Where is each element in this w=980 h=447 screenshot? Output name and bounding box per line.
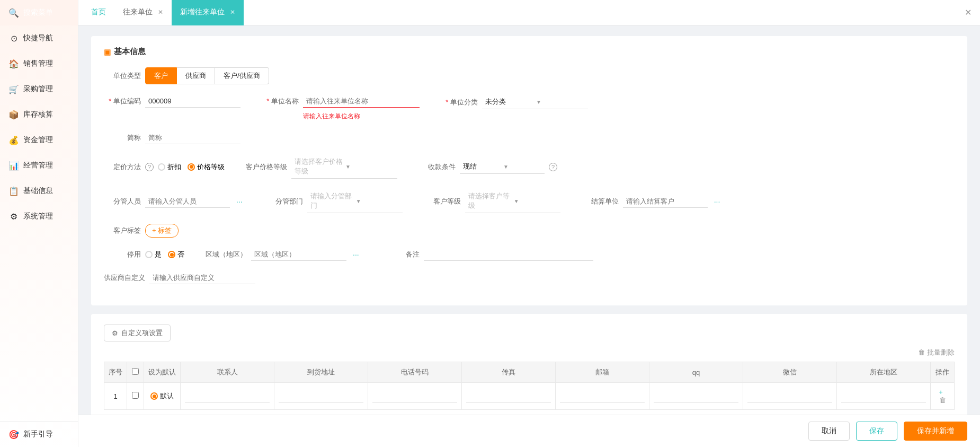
qq-input[interactable] [654,390,738,402]
inventory-icon: 📦 [8,109,19,120]
radio-disabled-yes[interactable]: 是 [145,250,162,259]
sidebar-item-sales[interactable]: 🏠 销售管理 [0,51,78,76]
select-all-checkbox[interactable] [132,368,139,375]
unit-code-input[interactable] [145,95,240,108]
delete-row-btn[interactable]: 🗑 [939,396,946,404]
cell-email [556,383,649,410]
sidebar-item-search[interactable]: 🔍 搜索菜单 [0,0,78,25]
unit-code-name-row: 单位编码 单位名称 请输入往来单位名称 单位分类 未分类 [104,95,955,121]
address-input[interactable] [279,390,363,402]
sidebar-item-inventory[interactable]: 📦 库存核算 [0,102,78,127]
payment-condition-group: 收款条件 现结 ▼ ? [418,160,557,174]
radio-disabled-no[interactable]: 否 [168,250,184,259]
unit-category-select[interactable]: 未分类 ▼ [482,95,588,109]
abbr-input[interactable] [145,132,240,144]
main-area: 首页 往来单位 ✕ 新增往来单位 ✕ ✕ ▣ 基本信息 单位类型 客户 [78,0,980,447]
sidebar: 🔍 搜索菜单 ⊙ 快捷导航 🏠 销售管理 🛒 采购管理 📦 库存核算 💰 资金管… [0,0,78,447]
disabled-row: 停用 是 否 区域（地区） ··· [104,248,955,261]
pricing-help-icon[interactable]: ? [145,163,154,171]
btn-type-both[interactable]: 客户/供应商 [215,67,269,84]
add-tag-btn[interactable]: + 标签 [145,224,179,238]
region-more-btn[interactable]: ··· [351,250,361,259]
fax-input[interactable] [466,390,551,402]
phone-input[interactable] [372,390,457,402]
settlement-unit-group: 结算单位 ··· [582,195,723,208]
col-region: 所在地区 [837,362,931,383]
customer-price-level-arrow: ▼ [345,164,394,170]
sidebar-item-quick-nav[interactable]: ⊙ 快捷导航 [0,25,78,51]
customer-level-label: 客户等级 [424,197,461,206]
tab-bar-close-all[interactable]: ✕ [960,5,976,20]
col-email: 邮箱 [556,362,649,383]
customer-level-select[interactable]: 请选择客户等级 ▼ [465,189,560,213]
table-toolbar: 🗑 批量删除 [104,348,955,357]
add-row-btn[interactable]: + [939,388,943,396]
payment-condition-select[interactable]: 现结 ▼ [460,160,545,174]
contacts-table: 序号 设为默认 联系人 到货地址 电话号码 传真 邮箱 qq 微信 所在地区 操… [104,362,955,410]
sidebar-item-finance[interactable]: 💰 资金管理 [0,127,78,153]
system-icon: ⚙ [8,211,19,222]
customer-price-level-group: 客户价格等级 请选择客户价格等级 ▼ [246,155,397,179]
manager-more-btn[interactable]: ··· [234,197,245,206]
settlement-unit-label: 结算单位 [582,197,619,206]
save-new-button[interactable]: 保存并新增 [904,422,967,441]
sidebar-item-system[interactable]: ⚙ 系统管理 [0,204,78,229]
dept-group: 分管部门 请输入分管部门 ▼ [266,189,403,213]
manager-input[interactable] [145,195,230,208]
wechat-input[interactable] [747,390,832,402]
tab-contacts[interactable]: 往来单位 ✕ [114,0,172,25]
cell-fax [462,383,556,410]
settlement-more-btn[interactable]: ··· [712,197,723,206]
col-qq: qq [649,362,743,383]
region-cell-input[interactable] [841,390,926,402]
manager-group: 分管人员 ··· [104,195,245,208]
abbr-label: 简称 [104,133,141,143]
default-radio-circle [150,392,158,400]
save-button[interactable]: 保存 [856,422,897,441]
tab-new-contact-close[interactable]: ✕ [230,8,235,16]
radio-default[interactable]: 默认 [148,391,176,401]
unit-type-group: 单位类型 客户 供应商 客户/供应商 [104,67,269,84]
tab-contacts-close[interactable]: ✕ [158,8,163,16]
customer-tag-group: 客户标签 + 标签 [104,224,179,238]
btn-type-supplier[interactable]: 供应商 [177,67,215,84]
btn-type-customer[interactable]: 客户 [145,67,177,84]
col-default: 设为默认 [144,362,181,383]
payment-help-icon[interactable]: ? [549,163,557,171]
sidebar-item-basic[interactable]: 📋 基础信息 [0,178,78,204]
settings-gear-icon: ⚙ [112,329,118,337]
region-input[interactable] [251,248,346,261]
unit-name-error: 请输入往来单位名称 [303,112,360,121]
custom-settings-btn[interactable]: ⚙ 自定义项设置 [104,325,171,341]
supplier-custom-input[interactable] [149,271,255,284]
batch-delete-btn[interactable]: 🗑 批量删除 [918,348,955,357]
col-wechat: 微信 [743,362,837,383]
radio-price-level[interactable]: 价格等级 [188,162,225,172]
cell-address [274,383,368,410]
cell-qq [649,383,743,410]
customer-price-level-select[interactable]: 请选择客户价格等级 ▼ [291,155,397,179]
col-contact: 联系人 [181,362,274,383]
row-checkbox[interactable] [132,392,139,399]
tab-home[interactable]: 首页 [83,0,114,25]
customer-tag-label: 客户标签 [104,226,141,235]
cell-no: 1 [104,383,127,410]
sidebar-item-purchase[interactable]: 🛒 采购管理 [0,76,78,102]
settlement-unit-input[interactable] [623,195,708,208]
disabled-group: 停用 是 否 [104,250,184,259]
sidebar-item-operation[interactable]: 📊 经营管理 [0,153,78,178]
sidebar-item-guide[interactable]: 🎯 新手引导 [0,421,78,447]
cancel-button[interactable]: 取消 [808,422,850,441]
email-input[interactable] [560,390,645,402]
dept-label: 分管部门 [266,197,303,206]
abbr-row: 简称 [104,132,955,144]
unit-name-input[interactable] [303,95,420,108]
radio-discount[interactable]: 折扣 [158,162,181,172]
quick-nav-icon: ⊙ [8,33,19,43]
remark-input[interactable] [424,248,593,261]
contact-input[interactable] [185,390,270,402]
tab-new-contact[interactable]: 新增往来单位 ✕ [172,0,244,25]
unit-type-label: 单位类型 [104,71,141,81]
dept-select[interactable]: 请输入分管部门 ▼ [307,189,403,213]
section-title-icon: ▣ [104,48,111,56]
